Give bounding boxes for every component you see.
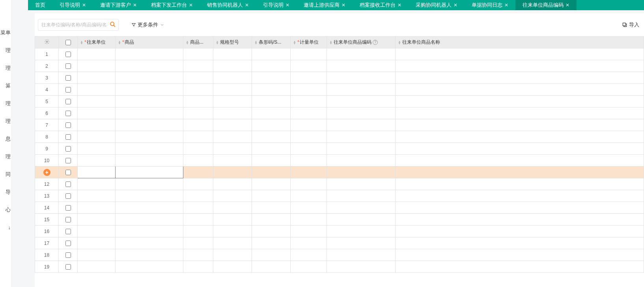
close-icon[interactable]: ✕ [398,2,401,8]
cell[interactable] [213,60,252,72]
cell[interactable] [183,107,213,119]
cell[interactable] [116,167,183,178]
cell[interactable] [213,72,252,84]
cell[interactable] [396,107,644,119]
cell[interactable] [116,96,183,107]
sidebar-item-9[interactable]: 导 [0,183,11,201]
close-icon[interactable]: ✕ [286,2,289,8]
table-row[interactable]: 3 [35,72,644,84]
cell[interactable] [252,119,291,131]
close-icon[interactable]: ✕ [566,2,569,8]
cell[interactable] [327,72,396,84]
sidebar-item-1[interactable]: 理 [0,41,11,59]
cell[interactable] [291,190,327,202]
table-row[interactable]: 10 [35,155,644,167]
cell[interactable] [291,261,327,273]
table-row[interactable]: 14 [35,202,644,214]
cell[interactable] [291,107,327,119]
col-measure[interactable]: ▲▼*计量单位 [291,37,327,48]
cell[interactable] [78,190,116,202]
tab-4[interactable]: 销售协同机器人✕ [200,0,256,10]
cell[interactable] [396,167,644,178]
cell[interactable] [183,249,213,261]
cell[interactable] [183,96,213,107]
row-checkbox[interactable] [65,87,71,93]
cell[interactable] [213,107,252,119]
cell[interactable] [183,131,213,143]
cell[interactable] [213,84,252,96]
cell[interactable] [252,131,291,143]
cell[interactable] [327,214,396,226]
cell[interactable] [78,143,116,155]
cell[interactable] [396,119,644,131]
cell[interactable] [183,143,213,155]
cell[interactable] [213,131,252,143]
cell[interactable] [116,131,183,143]
cell[interactable] [78,249,116,261]
row-checkbox[interactable] [65,193,71,199]
row-checkbox[interactable] [65,217,71,222]
row-checkbox[interactable] [65,111,71,116]
cell[interactable] [78,119,116,131]
cell[interactable] [213,214,252,226]
cell[interactable] [252,214,291,226]
tab-6[interactable]: 邀请上游供应商✕ [297,0,353,10]
table-row[interactable]: 13 [35,190,644,202]
cell[interactable] [291,226,327,237]
cell[interactable] [291,60,327,72]
table-row[interactable]: 4 [35,84,644,96]
sidebar-item-8[interactable]: 同 [0,165,11,183]
cell[interactable] [327,107,396,119]
cell[interactable] [78,167,116,178]
cell[interactable] [78,237,116,249]
tab-7[interactable]: 档案接收工作台✕ [353,0,409,10]
cell[interactable] [291,249,327,261]
cell[interactable] [78,178,116,190]
row-checkbox[interactable] [65,181,71,187]
cell[interactable] [116,48,183,60]
cell[interactable] [396,72,644,84]
cell[interactable] [78,72,116,84]
cell[interactable] [183,48,213,60]
cell[interactable] [327,202,396,214]
cell[interactable] [327,237,396,249]
cell[interactable] [252,143,291,155]
table-row[interactable]: 12 [35,178,644,190]
cell[interactable] [291,214,327,226]
col-spec[interactable]: ▲▼规格型号 [213,37,252,48]
cell[interactable] [116,72,183,84]
cell[interactable] [78,214,116,226]
cell[interactable] [213,178,252,190]
cell[interactable] [252,60,291,72]
cell[interactable] [252,202,291,214]
cell[interactable] [327,155,396,167]
table-row[interactable]: 17 [35,237,644,249]
close-icon[interactable]: ✕ [504,2,508,8]
cell[interactable] [116,143,183,155]
cell[interactable] [327,249,396,261]
col-unit-prod-name[interactable]: ▲▼往来单位商品名称 [396,37,644,48]
cell[interactable] [291,84,327,96]
cell[interactable] [291,178,327,190]
sidebar-item-6[interactable]: 息 [0,130,11,148]
cell[interactable] [291,237,327,249]
cell[interactable] [396,60,644,72]
tab-1[interactable]: 引导说明✕ [52,0,93,10]
close-icon[interactable]: ✕ [342,2,345,8]
tab-3[interactable]: 档案下发工作台✕ [144,0,200,10]
cell[interactable] [291,202,327,214]
cell[interactable] [183,214,213,226]
table-row[interactable]: 15 [35,214,644,226]
sidebar-item-11[interactable]: ↓ [0,218,11,236]
table-row[interactable]: 16 [35,226,644,237]
cell[interactable] [116,261,183,273]
table-row[interactable]: + [35,167,644,178]
cell[interactable] [327,261,396,273]
close-icon[interactable]: ✕ [82,2,86,8]
cell[interactable] [396,155,644,167]
export-button[interactable]: 导入 [622,21,641,28]
row-checkbox[interactable] [65,252,71,258]
cell[interactable] [213,96,252,107]
cell[interactable] [183,190,213,202]
row-add-cell[interactable]: + [35,167,59,178]
